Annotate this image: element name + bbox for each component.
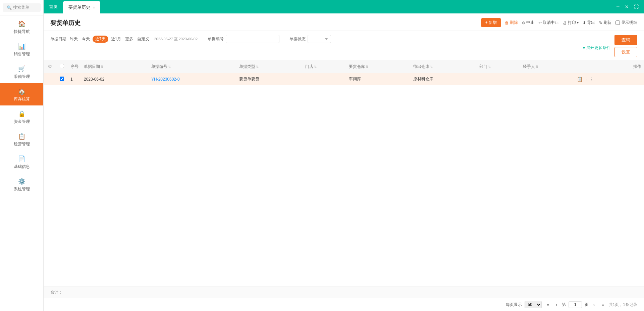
date-btn-7days[interactable]: 近7天 xyxy=(93,36,108,43)
refresh-button[interactable]: ↻ 刷新 xyxy=(599,20,611,26)
col-doc-date[interactable]: 单据日期⇅ xyxy=(81,60,149,73)
show-detail-label: 显示明细 xyxy=(621,20,637,26)
col-pending-warehouse[interactable]: 待出仓库⇅ xyxy=(411,60,477,73)
sidebar-item-operations[interactable]: 📋 经营管理 xyxy=(0,128,43,150)
docno-input[interactable] xyxy=(226,35,279,43)
page-size-select[interactable]: 50 100 200 xyxy=(525,301,542,308)
window-close-icon[interactable]: × xyxy=(624,3,630,11)
sidebar-item-basic[interactable]: 📄 基础信息 xyxy=(0,150,43,173)
table-header: ⚙ 序号 单据日期⇅ 单据编号⇅ 单据类型⇅ xyxy=(44,60,644,73)
new-button[interactable]: + 新增 xyxy=(481,18,501,27)
filter-main: 单据日期 昨天 今天 近7天 近1月 更多 自定义 2023-05-27 至 2… xyxy=(50,35,610,51)
table-area: ⚙ 序号 单据日期⇅ 单据编号⇅ 单据类型⇅ xyxy=(44,60,644,286)
filter-area: 单据日期 昨天 今天 近7天 近1月 更多 自定义 2023-05-27 至 2… xyxy=(44,31,644,60)
tab-history[interactable]: 要货单历史 × xyxy=(63,1,100,13)
query-button[interactable]: 查询 xyxy=(614,35,637,45)
col-dept[interactable]: 部门⇅ xyxy=(477,60,520,73)
show-detail-toggle[interactable]: 显示明细 xyxy=(615,20,637,26)
page-number-input[interactable] xyxy=(569,301,582,308)
table-footer: 合计： xyxy=(44,286,644,298)
col-checkbox[interactable] xyxy=(56,60,68,73)
topbar-right: − × ⛶ xyxy=(615,3,644,11)
sidebar-item-label-operations: 经营管理 xyxy=(14,141,30,147)
tab-close-icon[interactable]: × xyxy=(93,5,95,9)
row-doc-no[interactable]: YH-20230602-0 xyxy=(149,73,236,85)
col-doc-type[interactable]: 单据类型⇅ xyxy=(236,60,303,73)
sidebar: 🔍 搜索菜单 🏠 快捷导航 📊 销售管理 🛒 采购管理 🏠 库存核算 🔒 资金管… xyxy=(0,0,44,311)
next-page-btn[interactable]: › xyxy=(591,302,597,308)
date-range-text: 2023-05-27 至 2023-06-02 xyxy=(154,37,198,42)
sort-icon-dept: ⇅ xyxy=(488,65,491,69)
date-btn-today[interactable]: 今天 xyxy=(80,36,91,43)
sidebar-item-label-basic: 基础信息 xyxy=(14,164,30,170)
col-req-warehouse[interactable]: 要货仓库⇅ xyxy=(346,60,411,73)
sidebar-item-sales[interactable]: 📊 销售管理 xyxy=(0,38,43,60)
cancel-stop-button[interactable]: ↩ 取消中止 xyxy=(538,20,559,26)
date-btn-yesterday[interactable]: 昨天 xyxy=(68,36,79,43)
filter-docno-group: 单据编号 xyxy=(208,35,279,43)
doc-no-link[interactable]: YH-20230602-0 xyxy=(151,77,180,82)
setting-button[interactable]: 设置 xyxy=(614,47,637,57)
tab-history-label: 要货单历史 xyxy=(68,4,90,10)
tab-home-text: 首页 xyxy=(49,4,58,10)
row-ops: 📋 ⋮⋮ xyxy=(574,73,644,85)
tab-home[interactable]: + 新增 首页 xyxy=(44,0,63,13)
finance-icon: 🔒 xyxy=(18,110,25,118)
expand-icon: ▾ xyxy=(583,46,585,50)
topbar: + 新增 首页 要货单历史 × − × ⛶ xyxy=(44,0,644,13)
status-select[interactable] xyxy=(308,35,331,43)
page-title: 要货单历史 xyxy=(50,19,80,27)
search-icon: 🔍 xyxy=(7,5,12,10)
page-header: 要货单历史 + 新增 🗑 删除 ⊘ 中止 ↩ 取消中止 🖨 打印 xyxy=(44,13,644,31)
cancel-stop-icon: ↩ xyxy=(538,20,542,25)
sum-label: 合计： xyxy=(50,290,62,295)
select-all-checkbox[interactable] xyxy=(60,64,64,68)
row-doc-date: 2023-06-02 xyxy=(81,73,149,85)
expand-label: 展开更多条件 xyxy=(586,45,610,51)
row-doc-type: 要货单要货 xyxy=(236,73,303,85)
date-btn-month[interactable]: 近1月 xyxy=(110,36,123,43)
window-minimize-icon[interactable]: − xyxy=(615,3,621,11)
filter-date-group: 单据日期 昨天 今天 近7天 近1月 更多 自定义 2023-05-27 至 2… xyxy=(50,36,198,43)
prev-page-btn[interactable]: ‹ xyxy=(554,302,559,308)
col-doc-no[interactable]: 单据编号⇅ xyxy=(149,60,236,73)
system-icon: ⚙️ xyxy=(18,178,25,185)
purchase-icon: 🛒 xyxy=(18,65,25,73)
row-no: 1 xyxy=(68,73,81,85)
sort-icon-doctype: ⇅ xyxy=(256,65,259,69)
row-settings xyxy=(44,73,56,85)
show-detail-checkbox[interactable] xyxy=(615,20,620,25)
sort-icon-req-wh: ⇅ xyxy=(366,65,368,69)
col-handler[interactable]: 经手人⇅ xyxy=(520,60,574,73)
sidebar-item-quicknav[interactable]: 🏠 快捷导航 xyxy=(0,15,43,38)
window-expand-icon[interactable]: ⛶ xyxy=(633,3,640,10)
sidebar-item-label-inventory: 库存核算 xyxy=(14,96,30,102)
row-checkbox[interactable] xyxy=(56,73,68,85)
sidebar-item-system[interactable]: ⚙️ 系统管理 xyxy=(0,173,43,195)
last-page-btn[interactable]: » xyxy=(599,302,606,308)
row-edit-icon[interactable]: 📋 xyxy=(577,77,583,82)
first-page-btn[interactable]: « xyxy=(544,302,551,308)
col-store[interactable]: 门店⇅ xyxy=(303,60,346,73)
date-filter-label: 单据日期 xyxy=(50,36,66,42)
sidebar-item-finance[interactable]: 🔒 资金管理 xyxy=(0,105,43,128)
page-suffix: 页 xyxy=(585,302,589,308)
sidebar-search[interactable]: 🔍 搜索菜单 xyxy=(0,0,43,15)
print-button[interactable]: 🖨 打印 ▾ xyxy=(563,20,579,26)
row-select-checkbox[interactable] xyxy=(60,77,64,81)
stop-button[interactable]: ⊘ 中止 xyxy=(522,20,534,26)
sales-icon: 📊 xyxy=(18,43,25,50)
delete-button[interactable]: 🗑 删除 xyxy=(505,20,518,26)
row-more-icon[interactable]: ⋮⋮ xyxy=(585,77,594,82)
sidebar-search-label: 搜索菜单 xyxy=(13,5,29,10)
date-btn-more[interactable]: 更多 xyxy=(124,36,135,43)
sidebar-item-inventory[interactable]: 🏠 库存核算 xyxy=(0,83,43,105)
operations-icon: 📋 xyxy=(18,133,25,140)
col-settings-icon[interactable]: ⚙ xyxy=(48,63,52,69)
export-button[interactable]: ⬇ 导出 xyxy=(583,20,595,26)
basic-icon: 📄 xyxy=(18,155,25,163)
expand-more-btn[interactable]: ▾ 展开更多条件 xyxy=(583,45,610,51)
col-settings[interactable]: ⚙ xyxy=(44,60,56,73)
sidebar-item-purchase[interactable]: 🛒 采购管理 xyxy=(0,60,43,83)
date-btn-custom[interactable]: 自定义 xyxy=(136,36,151,43)
